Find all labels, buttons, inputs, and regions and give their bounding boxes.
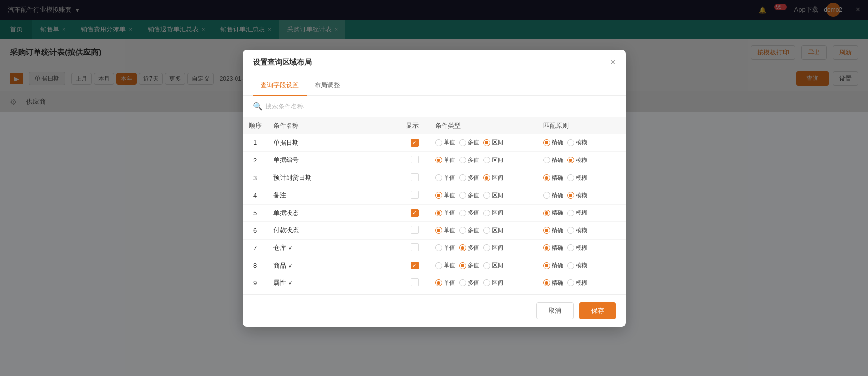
- match-radio-模糊[interactable]: 模糊: [567, 261, 587, 269]
- save-button[interactable]: 保存: [579, 302, 616, 319]
- radio-circle: [459, 279, 466, 286]
- radio-circle: [567, 174, 574, 181]
- type-radio-单值[interactable]: 单值: [435, 209, 455, 217]
- row-display[interactable]: ✓: [400, 204, 429, 221]
- match-radio-模糊[interactable]: 模糊: [567, 174, 587, 182]
- type-radio-区间[interactable]: 区间: [483, 226, 503, 235]
- radio-circle: [543, 192, 550, 199]
- type-radio-单值[interactable]: 单值: [435, 191, 455, 200]
- display-checkbox[interactable]: [411, 278, 419, 286]
- row-order: 7: [243, 239, 267, 257]
- row-display[interactable]: [400, 187, 429, 204]
- table-row: 6付款状态单值多值区间精确模糊: [243, 221, 626, 239]
- search-input[interactable]: [265, 103, 364, 110]
- match-radio-模糊[interactable]: 模糊: [567, 209, 587, 217]
- display-checkbox[interactable]: ✓: [411, 139, 419, 147]
- match-radio-模糊[interactable]: 模糊: [567, 226, 587, 235]
- type-radio-多值[interactable]: 多值: [459, 156, 479, 164]
- match-radio-精确[interactable]: 精确: [543, 244, 563, 252]
- type-radio-区间[interactable]: 区间: [483, 174, 503, 182]
- match-radio-模糊[interactable]: 模糊: [567, 244, 587, 252]
- match-radio-精确[interactable]: 精确: [543, 174, 563, 182]
- type-radio-单值[interactable]: 单值: [435, 156, 455, 164]
- display-checkbox[interactable]: [411, 173, 419, 181]
- type-radio-区间[interactable]: 区间: [483, 156, 503, 164]
- radio-circle: [543, 244, 550, 251]
- table-row: 5单据状态✓单值多值区间精确模糊: [243, 204, 626, 221]
- row-display[interactable]: ✓: [400, 257, 429, 274]
- type-radio-多值[interactable]: 多值: [459, 244, 479, 252]
- row-type: 单值多值区间: [429, 257, 537, 274]
- display-checkbox[interactable]: [411, 156, 419, 163]
- match-radio-精确[interactable]: 精确: [543, 209, 563, 217]
- col-header-match: 匹配原则: [537, 117, 626, 134]
- display-checkbox[interactable]: [411, 226, 419, 234]
- type-radio-多值[interactable]: 多值: [459, 279, 479, 287]
- type-radio-区间[interactable]: 区间: [483, 261, 503, 269]
- type-radio-单值[interactable]: 单值: [435, 226, 455, 235]
- settings-table-scroll: 顺序 条件名称 显示 条件类型 匹配原则 1单据日期✓单值多值区间精确模糊2单据…: [243, 117, 626, 294]
- radio-circle: [459, 192, 466, 199]
- radio-circle: [567, 210, 574, 216]
- radio-circle: [567, 157, 574, 163]
- match-radio-精确[interactable]: 精确: [543, 226, 563, 235]
- type-radio-多值[interactable]: 多值: [459, 174, 479, 182]
- type-radio-单值[interactable]: 单值: [435, 138, 455, 147]
- row-match: 精确模糊: [537, 169, 626, 187]
- display-checkbox[interactable]: ✓: [411, 209, 419, 217]
- display-checkbox[interactable]: ✓: [411, 262, 419, 269]
- match-radio-精确[interactable]: 精确: [543, 156, 563, 164]
- row-display[interactable]: [400, 221, 429, 239]
- radio-circle: [483, 192, 490, 199]
- type-radio-区间[interactable]: 区间: [483, 244, 503, 252]
- display-checkbox[interactable]: [411, 243, 419, 251]
- match-radio-精确[interactable]: 精确: [543, 279, 563, 287]
- radio-circle: [459, 244, 466, 251]
- row-match: 精确模糊: [537, 151, 626, 169]
- modal-close-button[interactable]: ×: [610, 57, 616, 68]
- row-order: 3: [243, 169, 267, 187]
- radio-circle: [483, 174, 490, 181]
- match-radio-模糊[interactable]: 模糊: [567, 191, 587, 200]
- type-radio-多值[interactable]: 多值: [459, 226, 479, 235]
- row-match: 精确模糊: [537, 274, 626, 292]
- type-radio-区间[interactable]: 区间: [483, 209, 503, 217]
- display-checkbox[interactable]: [411, 191, 419, 199]
- row-name: 属性 ∨: [267, 274, 400, 292]
- radio-circle: [543, 139, 550, 146]
- match-radio-模糊[interactable]: 模糊: [567, 138, 587, 147]
- row-name: 付款状态: [267, 221, 400, 239]
- modal-tab-query[interactable]: 查询字段设置: [253, 76, 307, 96]
- row-display[interactable]: [400, 239, 429, 257]
- type-radio-多值[interactable]: 多值: [459, 261, 479, 269]
- row-display[interactable]: [400, 274, 429, 292]
- match-radio-精确[interactable]: 精确: [543, 191, 563, 200]
- match-radio-模糊[interactable]: 模糊: [567, 279, 587, 287]
- type-radio-多值[interactable]: 多值: [459, 191, 479, 200]
- modal-tab-layout[interactable]: 布局调整: [307, 76, 348, 96]
- type-radio-多值[interactable]: 多值: [459, 209, 479, 217]
- radio-circle: [543, 262, 550, 269]
- row-order: 8: [243, 257, 267, 274]
- type-radio-区间[interactable]: 区间: [483, 279, 503, 287]
- match-radio-精确[interactable]: 精确: [543, 261, 563, 269]
- radio-circle: [483, 244, 490, 251]
- row-display[interactable]: ✓: [400, 134, 429, 151]
- match-radio-精确[interactable]: 精确: [543, 138, 563, 147]
- row-display[interactable]: [400, 169, 429, 187]
- type-radio-单值[interactable]: 单值: [435, 174, 455, 182]
- cancel-button[interactable]: 取消: [536, 302, 574, 319]
- match-radio-模糊[interactable]: 模糊: [567, 156, 587, 164]
- type-radio-单值[interactable]: 单值: [435, 244, 455, 252]
- row-name: 单据状态: [267, 204, 400, 221]
- type-radio-单值[interactable]: 单值: [435, 261, 455, 269]
- row-name: 仓库 ∨: [267, 239, 400, 257]
- row-display[interactable]: [400, 151, 429, 169]
- modal-tabs: 查询字段设置 布局调整: [243, 76, 626, 96]
- type-radio-区间[interactable]: 区间: [483, 138, 503, 147]
- type-radio-多值[interactable]: 多值: [459, 138, 479, 147]
- type-radio-区间[interactable]: 区间: [483, 191, 503, 200]
- modal-title: 设置查询区域布局: [253, 58, 312, 67]
- settings-table: 顺序 条件名称 显示 条件类型 匹配原则 1单据日期✓单值多值区间精确模糊2单据…: [243, 117, 626, 294]
- type-radio-单值[interactable]: 单值: [435, 279, 455, 287]
